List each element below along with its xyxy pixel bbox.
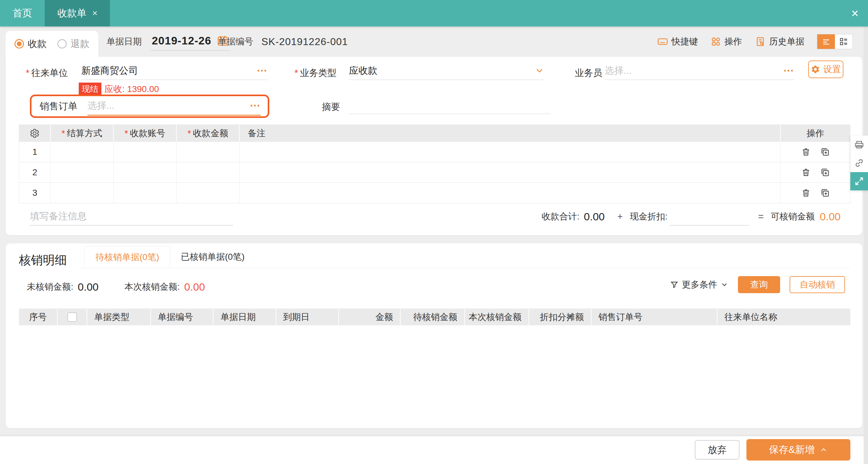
- col-due-date: 到期日: [276, 309, 339, 325]
- tab-pending-docs[interactable]: 待核销单据(0笔): [84, 246, 170, 268]
- copy-row-icon[interactable]: [820, 167, 830, 177]
- cell-receipt-amount[interactable]: [177, 142, 240, 162]
- doc-date-value: 2019-12-26: [152, 34, 211, 47]
- discount-input[interactable]: [670, 210, 749, 226]
- link-button[interactable]: [850, 154, 868, 172]
- verify-title: 核销明细: [19, 252, 67, 268]
- save-and-new-button[interactable]: 保存&新增: [746, 439, 850, 461]
- row-action-cell: [781, 183, 850, 203]
- cell-settle-method[interactable]: [51, 183, 114, 203]
- col-amount: 金额: [339, 309, 401, 325]
- cell-receipt-amount[interactable]: [177, 162, 240, 182]
- col-select-all: [58, 309, 87, 325]
- summary-field[interactable]: [349, 96, 551, 114]
- gear-icon: [811, 65, 820, 74]
- query-button[interactable]: 查询: [738, 276, 780, 293]
- cash-settle-badge: 现结: [79, 83, 101, 95]
- history-doc-icon: [755, 36, 766, 47]
- col-current-amount: 本次核销金额: [465, 309, 529, 325]
- tab-close-icon[interactable]: ×: [92, 8, 97, 18]
- document-header: 收款 退款 单据日期 2019-12-26 单据编号 SK-20191226-0…: [0, 27, 868, 57]
- sales-order-lookup-icon[interactable]: •••: [250, 102, 261, 109]
- header-toolbar: 快捷键 操作 历史单据: [657, 27, 853, 57]
- row-action-cell: [781, 162, 850, 182]
- copy-row-icon[interactable]: [820, 188, 830, 198]
- required-mark: *: [187, 128, 191, 139]
- cell-settle-method[interactable]: [51, 142, 114, 162]
- current-verify-label: 本次核销金额:: [124, 281, 180, 293]
- partner-value: 新盛商贸公司: [81, 64, 257, 77]
- salesman-placeholder: 选择...: [605, 64, 784, 77]
- fullscreen-button[interactable]: [850, 172, 868, 191]
- tab-verified-docs[interactable]: 已核销单据(0笔): [170, 246, 255, 268]
- verify-detail-panel: 核销明细 待核销单据(0笔) 已核销单据(0笔) 未核销金额: 0.00 本次核…: [6, 243, 862, 428]
- doc-no-value: SK-20191226-001: [261, 36, 348, 48]
- salesman-lookup-icon[interactable]: •••: [784, 67, 794, 75]
- delete-row-icon[interactable]: [801, 167, 811, 177]
- col-actions: 操作: [781, 125, 850, 142]
- more-filters-button[interactable]: 更多条件: [670, 279, 728, 291]
- history-docs-button[interactable]: 历史单据: [755, 36, 804, 48]
- window-close-icon[interactable]: ×: [847, 0, 863, 27]
- cell-settle-method[interactable]: [51, 162, 114, 182]
- side-action-rail: [850, 136, 868, 191]
- operations-button[interactable]: 操作: [711, 36, 742, 48]
- payment-line-row: 3: [19, 183, 850, 203]
- sales-order-field[interactable]: 选择... •••: [88, 97, 261, 116]
- doc-date-label: 单据日期: [106, 36, 142, 48]
- radio-receipt[interactable]: 收款: [14, 37, 46, 51]
- cell-receipt-amount[interactable]: [177, 183, 240, 203]
- total-label: 收款合计:: [542, 210, 580, 223]
- required-mark: *: [26, 68, 29, 78]
- biz-type-select[interactable]: 应收款: [349, 62, 545, 80]
- partner-lookup-icon[interactable]: •••: [257, 67, 268, 75]
- plus-sign: +: [617, 211, 623, 222]
- salesman-label: 业务员: [575, 67, 602, 80]
- row-action-cell: [781, 142, 850, 162]
- cell-remark[interactable]: [240, 142, 781, 162]
- shortcut-keys-label: 快捷键: [672, 36, 698, 48]
- doc-remark-field[interactable]: 填写备注信息: [30, 207, 233, 226]
- select-all-checkbox[interactable]: [67, 312, 77, 322]
- cell-remark[interactable]: [240, 183, 781, 203]
- col-sales-order-no: 销售订单号: [591, 309, 717, 325]
- doc-no-label: 单据编号: [218, 36, 253, 48]
- col-remark: 备注: [240, 125, 781, 142]
- salesman-field[interactable]: 选择... •••: [605, 62, 794, 80]
- cell-remark[interactable]: [240, 162, 781, 182]
- chevron-down-icon[interactable]: [534, 65, 545, 76]
- copy-row-icon[interactable]: [820, 147, 830, 157]
- unverified-label: 未核销金额:: [27, 281, 73, 293]
- payment-line-row: 2: [19, 162, 850, 183]
- tab-receipt-label: 收款单: [57, 7, 87, 20]
- radio-selected-icon: [14, 39, 24, 49]
- doc-date-field: 单据日期 2019-12-26: [106, 27, 230, 57]
- print-button[interactable]: [850, 136, 868, 154]
- history-docs-label: 历史单据: [769, 36, 804, 48]
- list-view-button[interactable]: [817, 34, 835, 49]
- cell-receipt-account[interactable]: [114, 183, 177, 203]
- cell-receipt-account[interactable]: [114, 162, 177, 182]
- column-settings-button[interactable]: [19, 125, 51, 142]
- cancel-button[interactable]: 放弃: [695, 440, 740, 460]
- settings-button[interactable]: 设置: [808, 60, 843, 78]
- tab-home[interactable]: 首页: [0, 0, 45, 27]
- auto-verify-button[interactable]: 自动核销: [789, 276, 845, 293]
- current-verify-value: 0.00: [184, 281, 205, 293]
- cell-receipt-account[interactable]: [114, 142, 177, 162]
- partner-field[interactable]: 新盛商贸公司 •••: [81, 62, 268, 80]
- chevron-down-icon: [720, 281, 728, 289]
- card-view-button[interactable]: [835, 34, 852, 49]
- scrollbar-track[interactable]: [864, 27, 868, 464]
- verify-amounts: 未核销金额: 0.00 本次核销金额: 0.00: [27, 273, 211, 300]
- unverified-value: 0.00: [78, 281, 99, 293]
- radio-refund[interactable]: 退款: [57, 37, 89, 51]
- delete-row-icon[interactable]: [801, 147, 811, 157]
- row-number: 3: [19, 183, 51, 203]
- discount-label: 现金折扣:: [630, 210, 668, 223]
- sales-order-placeholder: 选择...: [88, 99, 250, 112]
- receivable-amount-text: 应收: 1390.00: [104, 83, 159, 95]
- shortcut-keys-button[interactable]: 快捷键: [657, 36, 698, 48]
- tab-receipt-doc[interactable]: 收款单 ×: [45, 0, 110, 27]
- delete-row-icon[interactable]: [801, 188, 811, 198]
